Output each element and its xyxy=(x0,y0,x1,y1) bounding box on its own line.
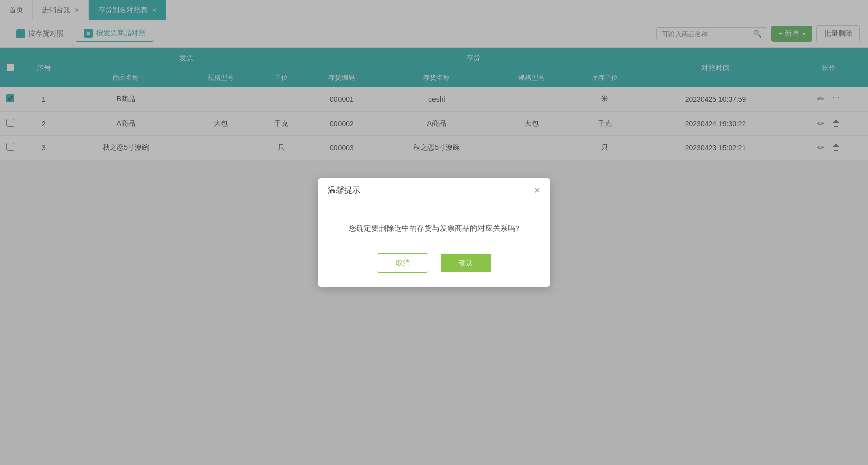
modal-overlay: 温馨提示 ✕ 您确定要删除选中的存货与发票商品的对应关系吗? 取消 确认 xyxy=(0,0,868,160)
